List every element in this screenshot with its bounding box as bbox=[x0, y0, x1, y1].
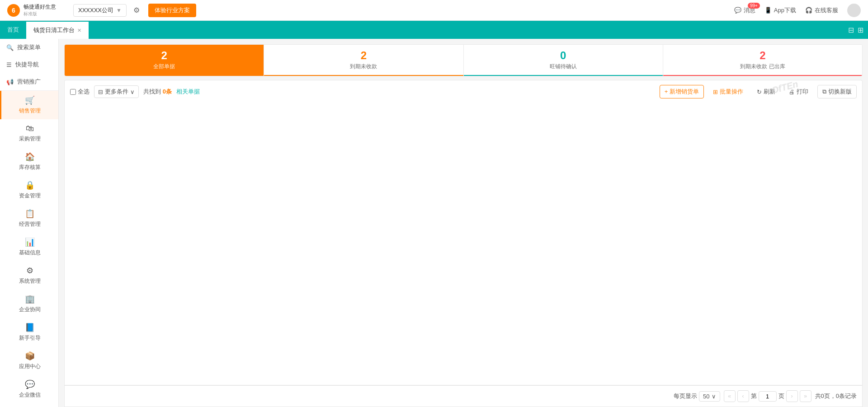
related-link[interactable]: 相关单据 bbox=[176, 88, 200, 96]
stat-tab-all[interactable]: 2 全部单据 bbox=[65, 45, 264, 76]
prev-page-button[interactable]: ‹ bbox=[737, 390, 749, 402]
stat-label-overdue: 到期未收款 bbox=[350, 63, 377, 70]
header-right: 💬 消息 99+ 📱 App下载 🎧 在线客服 bbox=[734, 4, 861, 17]
sidebar-quick-nav[interactable]: ☰ 快捷导航 bbox=[0, 56, 58, 73]
logo-icon: 6 bbox=[7, 4, 20, 17]
purchase-icon: 🛍 bbox=[26, 124, 34, 133]
refresh-icon: ↻ bbox=[757, 89, 762, 95]
stat-tabs: 2 全部单据 2 到期未收款 0 旺铺待确认 2 到期未收款 已出库 bbox=[64, 44, 863, 76]
avatar bbox=[847, 4, 861, 17]
found-count: 0条 bbox=[163, 88, 172, 95]
sidebar-item-member[interactable]: ▼ 畅会员 bbox=[0, 403, 58, 407]
stat-label-wangpu: 旺铺待确认 bbox=[550, 63, 577, 70]
chevron-down-icon: ▼ bbox=[116, 7, 122, 14]
close-tab-icon[interactable]: ✕ bbox=[77, 28, 81, 33]
last-page-button[interactable]: » bbox=[800, 390, 811, 402]
maximize-icon[interactable]: ⊞ bbox=[858, 26, 863, 34]
total-info: 共0页，0条记录 bbox=[815, 392, 857, 400]
content-area: 2 全部单据 2 到期未收款 0 旺铺待确认 2 到期未收款 已出库 bbox=[59, 39, 868, 407]
experience-button[interactable]: 体验行业方案 bbox=[148, 4, 196, 17]
sidebar-item-basic[interactable]: 📊 基础信息 bbox=[0, 233, 58, 261]
stat-number-wangpu: 0 bbox=[560, 50, 566, 61]
first-page-button[interactable]: « bbox=[724, 390, 736, 402]
settings-button[interactable]: ⚙ bbox=[130, 4, 143, 17]
tab-bar: 首页 钱货日清工作台 ✕ ⊟ ⊞ bbox=[0, 21, 868, 39]
sidebar-item-system[interactable]: ⚙ 系统管理 bbox=[0, 261, 58, 290]
sidebar-marketing[interactable]: 📢 营销推广 bbox=[0, 73, 58, 90]
enterprise-icon: 🏢 bbox=[25, 294, 35, 304]
select-all-checkbox[interactable]: 全选 bbox=[70, 88, 90, 96]
finance-icon: 🔒 bbox=[25, 180, 35, 190]
toolbar: 全选 ⊟ 更多条件 ∨ 共找到 0条 相关单据 + 新增销货单 ⊞ 批量操作 bbox=[64, 80, 863, 103]
tab-bar-right: ⊟ ⊞ bbox=[848, 26, 868, 34]
basic-icon: 📊 bbox=[25, 237, 35, 247]
switch-icon: ⧉ bbox=[822, 88, 826, 95]
service-icon: 🎧 bbox=[805, 7, 812, 14]
logo-area: 6 畅捷通好生意 标准版 bbox=[7, 4, 66, 17]
avatar-area[interactable] bbox=[847, 4, 861, 17]
print-icon: 🖨 bbox=[789, 89, 795, 95]
toolbar-right: + 新增销货单 ⊞ 批量操作 ↻ 刷新 🖨 打印 ⧉ 切换新版 bbox=[660, 85, 857, 98]
per-page-dropdown[interactable]: 50 ∨ bbox=[699, 391, 720, 402]
company-selector[interactable]: XXXXXX公司 ▼ bbox=[73, 4, 127, 17]
wechat-icon: 💬 bbox=[25, 379, 35, 389]
sidebar-item-purchase[interactable]: 🛍 采购管理 bbox=[0, 119, 58, 147]
sidebar-item-apps[interactable]: 📦 应用中心 bbox=[0, 346, 58, 375]
stat-number-shipped: 2 bbox=[760, 50, 765, 61]
app-download-action[interactable]: 📱 App下载 bbox=[764, 6, 796, 14]
stat-label-shipped: 到期未收款 已出库 bbox=[740, 63, 785, 70]
sidebar-item-inventory[interactable]: 🏠 库存核算 bbox=[0, 147, 58, 176]
minimize-icon[interactable]: ⊟ bbox=[848, 26, 854, 34]
per-page-select: 每页显示 50 ∨ bbox=[674, 391, 720, 402]
refresh-button[interactable]: ↻ 刷新 bbox=[752, 85, 780, 98]
filter-button[interactable]: ⊟ 更多条件 ∨ bbox=[94, 85, 139, 98]
pagination-bar: 每页显示 50 ∨ « ‹ 第 页 › » 共0页，0条记录 bbox=[64, 385, 863, 407]
select-all-input[interactable] bbox=[70, 89, 76, 95]
sidebar-item-guide[interactable]: 📘 新手引导 bbox=[0, 318, 58, 346]
sidebar: 🔍 搜索菜单 ☰ 快捷导航 📢 营销推广 🛒 销售管理 🛍 采购管理 🏠 库存核… bbox=[0, 39, 59, 407]
company-name: XXXXXX公司 bbox=[78, 6, 113, 14]
sidebar-item-enterprise[interactable]: 🏢 企业协同 bbox=[0, 290, 58, 318]
stat-tab-wangpu[interactable]: 0 旺铺待确认 bbox=[464, 45, 663, 76]
guide-icon: 📘 bbox=[25, 323, 35, 332]
batch-icon: ⊞ bbox=[713, 89, 718, 95]
operation-icon: 📋 bbox=[25, 209, 35, 219]
print-button[interactable]: 🖨 打印 bbox=[784, 85, 813, 98]
sidebar-item-sales[interactable]: 🛒 销售管理 bbox=[0, 91, 58, 119]
stat-tab-overdue[interactable]: 2 到期未收款 bbox=[264, 45, 463, 76]
online-service-action[interactable]: 🎧 在线客服 bbox=[805, 6, 838, 14]
apps-icon: 📦 bbox=[25, 351, 35, 361]
system-icon: ⚙ bbox=[26, 266, 33, 276]
logo-text: 畅捷通好生意 标准版 bbox=[24, 4, 56, 17]
search-icon: 🔍 bbox=[6, 44, 14, 51]
message-icon: 💬 bbox=[734, 7, 741, 14]
found-text: 共找到 0条 bbox=[143, 88, 172, 96]
nav-icon: ☰ bbox=[6, 61, 12, 68]
message-action[interactable]: 💬 消息 99+ bbox=[734, 6, 755, 14]
tab-workbench[interactable]: 钱货日清工作台 ✕ bbox=[26, 21, 89, 39]
table-area bbox=[64, 103, 863, 385]
sidebar-item-operation[interactable]: 📋 经营管理 bbox=[0, 204, 58, 233]
page-nav: « ‹ 第 页 › » bbox=[724, 390, 811, 402]
sales-icon: 🛒 bbox=[25, 95, 35, 105]
tab-home[interactable]: 首页 bbox=[0, 21, 26, 39]
sidebar-item-wechat[interactable]: 💬 企业微信 bbox=[0, 375, 58, 403]
stat-tab-shipped[interactable]: 2 到期未收款 已出库 bbox=[663, 45, 862, 76]
stat-number-all: 2 bbox=[161, 50, 167, 61]
next-page-button[interactable]: › bbox=[786, 390, 798, 402]
inventory-icon: 🏠 bbox=[25, 152, 35, 162]
main-layout: 🔍 搜索菜单 ☰ 快捷导航 📢 营销推广 🛒 销售管理 🛍 采购管理 🏠 库存核… bbox=[0, 39, 868, 407]
message-badge: 99+ bbox=[748, 3, 760, 9]
marketing-icon: 📢 bbox=[6, 79, 14, 85]
add-sale-button[interactable]: + 新增销货单 bbox=[660, 85, 704, 98]
batch-op-button[interactable]: ⊞ 批量操作 bbox=[708, 85, 748, 98]
page-number-input[interactable] bbox=[759, 391, 777, 402]
sidebar-search[interactable]: 🔍 搜索菜单 bbox=[0, 39, 58, 56]
stat-label-all: 全部单据 bbox=[153, 63, 175, 70]
switch-version-button[interactable]: ⧉ 切换新版 bbox=[817, 85, 857, 98]
sidebar-item-finance[interactable]: 🔒 资金管理 bbox=[0, 176, 58, 204]
filter-chevron-icon: ∨ bbox=[130, 89, 135, 95]
sidebar-top-actions: 🔍 搜索菜单 ☰ 快捷导航 📢 营销推广 bbox=[0, 39, 58, 91]
download-icon: 📱 bbox=[764, 7, 772, 14]
toolbar-left: 全选 ⊟ 更多条件 ∨ 共找到 0条 相关单据 bbox=[70, 85, 654, 98]
